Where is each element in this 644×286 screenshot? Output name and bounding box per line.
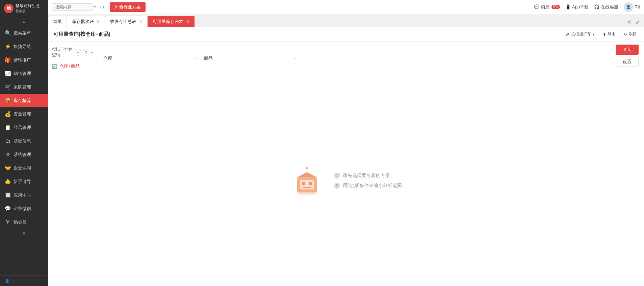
- export-label: 导出: [608, 31, 616, 37]
- refresh-button[interactable]: ↻ 刷新: [622, 30, 639, 38]
- tab-available-inventory[interactable]: 可用量库存账本 ✕: [148, 16, 195, 27]
- warehouse-filter-field: 仓库 ···: [103, 55, 197, 62]
- warehouse-more-button[interactable]: ···: [193, 56, 197, 61]
- message-label: 消息: [541, 4, 549, 10]
- filter-settings-button[interactable]: ⚙: [83, 49, 89, 56]
- tab-maximize-button[interactable]: ⤢: [634, 18, 641, 27]
- goods-more-button[interactable]: ···: [294, 56, 298, 61]
- sidebar-item-label: 销售管理: [14, 71, 31, 77]
- message-icon: 💬: [534, 4, 539, 9]
- tab-close-icon[interactable]: ✕: [139, 19, 143, 24]
- sidebar-item-finance[interactable]: 💰 资金管理: [0, 107, 48, 121]
- tab-close-icon[interactable]: ✕: [186, 19, 189, 24]
- empty-tip-1: 1 请先选择要分析的方案: [334, 173, 402, 179]
- content-header: 可用量查询(按仓库+商品) 🖨 按模板打印 ▾ ⬆ 导出 ↻ 刷新: [48, 27, 644, 42]
- sidebar-scroll-up[interactable]: ▲: [0, 17, 48, 26]
- filter-add-button[interactable]: +: [75, 49, 81, 56]
- user-avatar-icon: 👤: [5, 279, 10, 283]
- sidebar-item-marketing[interactable]: 🎁 营销推广: [0, 53, 48, 67]
- industry-solution-button[interactable]: 体验行业方案: [110, 2, 146, 12]
- sidebar-username: ···: [12, 279, 15, 283]
- shortcut-icon: ⚡: [5, 44, 11, 50]
- sidebar-item-shortcut[interactable]: ⚡ 快捷导航: [0, 40, 48, 53]
- app-download-button[interactable]: 📱 App下载: [565, 4, 589, 10]
- sidebar-item-operations[interactable]: 📋 经营管理: [0, 121, 48, 134]
- tip-text-2: 用[过滤]条件来缩小分析范围: [343, 183, 402, 189]
- sidebar-item-label: 企业微信: [14, 206, 31, 212]
- app-download-label: App下载: [572, 4, 589, 10]
- filter-area: 按以下方案查询 + ⚙ « 🔄 仓库+商品 仓库 ···: [48, 42, 644, 75]
- goods-input[interactable]: [215, 55, 290, 62]
- header-actions: 🖨 按模板打印 ▾ ⬆ 导出 ↻ 刷新: [564, 30, 639, 38]
- sidebar: 畅 畅康通好生意 标准版 ▲ 🔍 搜索菜单 ⚡ 快捷导航 🎁 营销推广 📈 销售…: [0, 0, 48, 286]
- svg-marker-1: [297, 172, 317, 177]
- sidebar-item-guide[interactable]: 🌟 新手引导: [0, 175, 48, 188]
- headset-icon: 🎧: [594, 4, 599, 9]
- tab-batch-account[interactable]: 库存批次账 ✕: [67, 16, 105, 27]
- topbar-gear-icon[interactable]: ⚙: [99, 4, 106, 10]
- goods-filter-field: 商品 ···: [204, 55, 298, 62]
- sidebar-item-search[interactable]: 🔍 搜索菜单: [0, 26, 48, 40]
- print-label: 按模板打印: [571, 31, 591, 37]
- guide-icon: 🌟: [5, 179, 11, 185]
- svg-rect-4: [309, 182, 312, 185]
- sales-icon: 📈: [5, 71, 11, 77]
- filter-action-buttons: 查询 设置: [610, 42, 644, 75]
- sidebar-item-label: 企业协同: [14, 165, 31, 171]
- sidebar-item-system[interactable]: ⚙ 系统管理: [0, 148, 48, 161]
- sidebar-item-label: 营销推广: [14, 57, 31, 63]
- topbar-search-input[interactable]: [52, 3, 93, 11]
- sidebar-item-purchase[interactable]: 🛒 采购管理: [0, 80, 48, 94]
- topbar-input-wrap: ▾: [52, 3, 96, 11]
- sidebar-item-enterprise[interactable]: 🤝 企业协同: [0, 161, 48, 175]
- empty-state: 1 请先选择要分析的方案 2 用[过滤]条件来缩小分析范围: [48, 75, 644, 286]
- sidebar-item-label: 基础信息: [14, 138, 31, 144]
- sidebar-item-label: 应用中心: [14, 192, 31, 198]
- finance-icon: 💰: [5, 111, 11, 117]
- filter-sidebar-title: 按以下方案查询: [52, 47, 75, 58]
- query-button[interactable]: 查询: [616, 45, 639, 55]
- sidebar-bottom-user[interactable]: 👤 ···: [0, 276, 48, 286]
- message-button[interactable]: 💬 消息 99+: [534, 4, 560, 10]
- tab-home[interactable]: 首页: [48, 16, 67, 27]
- sidebar-item-basic[interactable]: 🗂 基础信息: [0, 134, 48, 148]
- tab-receipt-summary[interactable]: 收发存汇总表 ✕: [105, 16, 148, 27]
- print-icon: 🖨: [566, 32, 570, 37]
- warehouse-input[interactable]: [115, 55, 189, 62]
- filter-sidebar-actions: + ⚙ «: [75, 49, 94, 56]
- sidebar-logo: 畅 畅康通好生意 标准版: [0, 0, 48, 17]
- sidebar-item-sales[interactable]: 📈 销售管理: [0, 67, 48, 80]
- settings-button[interactable]: 设置: [616, 57, 639, 67]
- sidebar-item-vip[interactable]: V 畅会员: [0, 215, 48, 229]
- filter-sidebar: 按以下方案查询 + ⚙ « 🔄 仓库+商品: [48, 42, 98, 75]
- filter-fields: 仓库 ··· 商品 ···: [98, 42, 610, 75]
- app-name: 畅康通好生意: [16, 3, 40, 9]
- content-area: 可用量查询(按仓库+商品) 🖨 按模板打印 ▾ ⬆ 导出 ↻ 刷新: [48, 27, 644, 286]
- export-button[interactable]: ⬆ 导出: [601, 30, 618, 38]
- tab-close-icon[interactable]: ✕: [97, 19, 100, 24]
- topbar-chevron-icon[interactable]: ▾: [94, 5, 96, 9]
- marketing-icon: 🎁: [5, 57, 11, 63]
- tip-text-1: 请先选择要分析的方案: [343, 173, 390, 179]
- operations-icon: 📋: [5, 125, 11, 131]
- sidebar-item-label: 经营管理: [14, 125, 31, 131]
- sidebar-item-wechat[interactable]: 💬 企业微信: [0, 202, 48, 215]
- sidebar-scroll-down[interactable]: ▼: [0, 229, 48, 238]
- filter-item-label: 仓库+商品: [59, 63, 80, 69]
- avatar-icon: 👤: [626, 5, 631, 9]
- sidebar-item-app-center[interactable]: 🔲 应用中心: [0, 188, 48, 202]
- sidebar-item-label: 快捷导航: [14, 44, 31, 50]
- tab-label: 收发存汇总表: [110, 19, 136, 25]
- filter-collapse-button[interactable]: «: [91, 50, 94, 55]
- print-template-button[interactable]: 🖨 按模板打印 ▾: [564, 30, 597, 38]
- svg-rect-5: [303, 187, 311, 188]
- filter-item-warehouse-goods[interactable]: 🔄 仓库+商品: [48, 61, 98, 72]
- user-profile-button[interactable]: 👤 Rit: [624, 2, 640, 12]
- warehouse-label: 仓库: [103, 55, 112, 61]
- refresh-icon: ↻: [624, 32, 627, 37]
- sidebar-item-inventory[interactable]: 📦 库存核算: [0, 94, 48, 107]
- tip-number-1: 1: [334, 173, 340, 179]
- app-badge: 标准版: [16, 9, 40, 14]
- tab-close-current-button[interactable]: ✕: [626, 18, 633, 27]
- online-service-button[interactable]: 🎧 在线客服: [594, 4, 618, 10]
